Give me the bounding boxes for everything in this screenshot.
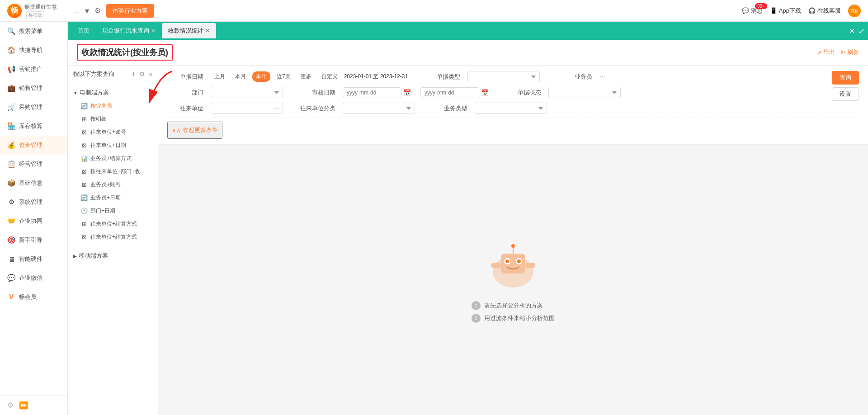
marketing-icon: 📢 [7,65,15,73]
scheme-item-label: 业务员+结算方式 [90,155,132,162]
scheme-icon: 🔄 [80,194,88,202]
header-middle: ... ▾ ⚙ 体验行业方案 [75,4,742,18]
audit-date-label: 审核日期 [299,89,335,97]
header-dropdown-btn[interactable]: ▾ [85,6,89,16]
app-download-btn[interactable]: 📱 App下载 [770,7,801,15]
scheme-item-6[interactable]: ⊠ 业务员+账号 [68,178,158,191]
tab-close-all-btn[interactable]: ✕ [849,27,855,35]
filter-settings-btn[interactable]: 设置 [832,87,859,101]
counterpart-more-btn[interactable]: ··· [274,105,279,112]
scheme-item-label: 部门+日期 [90,207,115,215]
scheme-item-label: 往来单位+日期 [90,141,126,149]
dept-select[interactable] [211,87,283,98]
scheme-item-1[interactable]: ⊞ 按明细 [68,113,158,126]
sidebar-item-guide[interactable]: 🎯 新手引导 [0,231,67,250]
voucher-type-select[interactable] [467,71,540,82]
scheme-item-label: 业务员+账号 [90,181,121,189]
date-btn-this-year[interactable]: 本年 [252,71,270,82]
inventory-icon: 🏪 [7,122,15,130]
sidebar-item-member[interactable]: V 畅会员 [0,288,67,307]
sidebar-item-inventory[interactable]: 🏪 库存核算 [0,117,67,136]
date-btn-7days[interactable]: 近7天 [273,71,294,82]
date-btn-this-month[interactable]: 本月 [231,71,250,82]
tab-home[interactable]: 首页 [71,23,96,38]
sidebar-item-finance[interactable]: 💰 资金管理 [0,136,67,155]
scheme-settings-btn[interactable]: ⚙ [139,71,145,78]
biz-type-select[interactable] [475,103,547,114]
svg-point-5 [517,259,521,263]
panel-collapse-btn[interactable]: « [149,71,152,78]
scheme-item-2[interactable]: ⊠ 往来单位+账号 [68,126,158,139]
export-btn[interactable]: ↗ 导出 [816,48,835,57]
voucher-status-select[interactable] [548,87,621,98]
voucher-status-label: 单据状态 [505,89,541,97]
counterpart-category-select[interactable] [343,103,415,114]
sidebar-item-sales[interactable]: 💼 销售管理 [0,79,67,98]
scheme-item-7[interactable]: 🔄 业务员+日期 [68,191,158,204]
sidebar-item-enterprise[interactable]: 🤝 企业协同 [0,212,67,231]
scheme-item-8[interactable]: 🕐 部门+日期 [68,204,158,217]
scheme-item-5[interactable]: ⊠ 按往来单位+部门+收... [68,165,158,178]
tab-fullscreen-btn[interactable]: ⤢ [859,27,864,35]
sidebar-item-system[interactable]: ⚙ 系统管理 [0,193,67,212]
scheme-icon: 🔄 [80,103,88,110]
date-label: 单据日期 [167,73,203,81]
step-text-1: 请先选择要分析的方案 [484,302,543,310]
audit-date-from[interactable] [343,87,401,98]
date-btn-last-month[interactable]: 上月 [211,71,229,82]
guide-icon: 🎯 [7,236,15,244]
date-range-text: 2023-01-01 至 2023-12-31 [344,73,408,80]
scheme-item-0[interactable]: 🔄 按业务员 [68,99,158,113]
calendar-icon-from[interactable]: 📅 [403,89,411,96]
scheme-icon: ⊠ [80,181,88,189]
sidebar-item-operations[interactable]: 📋 经营管理 [0,155,67,174]
date-btn-more[interactable]: 更多 [297,71,315,82]
mobile-scheme-title[interactable]: ▶ 移动端方案 [68,249,158,263]
service-icon: 🎧 [808,7,816,14]
audit-date-to[interactable] [420,87,479,98]
sidebar-bottom: ⚙ ⏩ [0,395,67,415]
empty-illustration [484,233,542,292]
sidebar-item-label: 库存核算 [19,122,42,130]
tab-close-receipt[interactable]: ✕ [205,28,210,34]
sidebar-item-purchase[interactable]: 🛒 采购管理 [0,98,67,117]
desktop-scheme-title[interactable]: ▼ 电脑端方案 [68,86,158,99]
query-btn[interactable]: 查询 [832,71,859,85]
sidebar-item-wechat[interactable]: 💬 企业微信 [0,269,67,288]
notification-btn[interactable]: 💬 消息 99+ [742,7,763,15]
collapse-conditions-btn[interactable]: ∧∧ 收起更多条件 [167,122,222,139]
salesperson-more-btn[interactable]: ··· [599,73,605,81]
customer-service-btn[interactable]: 🎧 在线客服 [808,7,841,15]
action-buttons: 查询 设置 [832,71,859,101]
date-btn-custom[interactable]: 自定义 [318,71,341,82]
expand-arrow: ▼ [73,90,78,95]
sidebar-item-hardware[interactable]: 🖥 智能硬件 [0,250,67,269]
top-header: 畅 畅捷通好生意 标准版 ... ▾ ⚙ 体验行业方案 💬 消息 99+ 📱 A… [0,0,868,22]
sidebar-item-basics[interactable]: 📦 基础信息 [0,174,67,193]
calendar-icon-to[interactable]: 📅 [481,89,489,96]
scheme-item-3[interactable]: ⊠ 往来单位+日期 [68,139,158,152]
header-settings-btn[interactable]: ⚙ [94,6,101,15]
sidebar-item-label: 经营管理 [19,160,42,168]
scheme-item-10[interactable]: ⊠ 往来单位+结算方式 [68,231,158,244]
sidebar-settings-btn[interactable]: ⚙ [7,401,14,410]
right-panel: 单据日期 上月 本月 本年 近7天 更多 自定义 2023-01-01 至 20… [158,66,868,415]
desktop-scheme-group: ▼ 电脑端方案 🔄 按业务员 ⊞ 按明细 ⊠ 往来单位+账号 [68,83,158,246]
sidebar-item-search[interactable]: 🔍 搜索菜单 [0,22,67,41]
export-icon: ↗ [816,49,821,56]
sidebar-item-navigation[interactable]: 🏠 快捷导航 [0,41,67,60]
sidebar-item-label: 系统管理 [19,198,42,206]
tab-bank-flow[interactable]: 现金银行流水查询 ✕ [96,23,162,38]
refresh-btn[interactable]: ↻ 刷新 [840,48,859,57]
sidebar-collapse-btn[interactable]: ⏩ [19,401,28,410]
tab-receipt-stats[interactable]: 收款情况统计 ✕ [162,23,216,38]
tab-close-bank[interactable]: ✕ [151,28,156,34]
sidebar-item-label: 基础信息 [19,179,42,187]
trial-btn[interactable]: 体验行业方案 [106,4,154,18]
scheme-item-9[interactable]: ⊞ 往来单位+结算方式 [68,217,158,231]
add-scheme-btn[interactable]: + [132,70,136,78]
left-panel: 按以下方案查询 + ⚙ « ▼ 电脑端方案 🔄 按业务员 ⊞ [68,66,158,415]
user-avatar[interactable]: Rit [848,5,861,17]
scheme-item-4[interactable]: 📊 业务员+结算方式 [68,152,158,165]
sidebar-item-marketing[interactable]: 📢 营销推广 [0,60,67,79]
